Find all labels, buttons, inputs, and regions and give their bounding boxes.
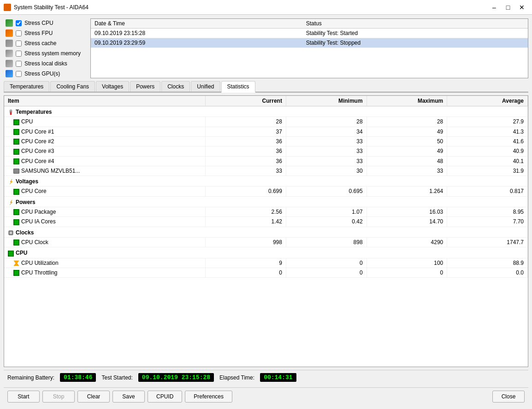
group-row: Powers (4, 196, 528, 207)
cell-current: 0 (206, 268, 286, 277)
stress-cache-checkbox[interactable] (16, 41, 22, 47)
log-row[interactable]: 09.10.2019 23:29:59Stability Test: Stopp… (91, 38, 528, 48)
group-name: Temperatures (4, 106, 528, 117)
table-row[interactable]: CPU Package2.561.0716.038.95 (4, 207, 528, 216)
cell-current: 1.42 (206, 217, 286, 227)
group-name: CPU (4, 247, 528, 258)
table-row[interactable]: CPU Core #137344941.3 (4, 127, 528, 136)
minimize-button[interactable]: – (488, 2, 501, 13)
cell-current: 36 (206, 156, 286, 166)
cell-item: CPU IA Cores (4, 217, 206, 227)
cell-minimum: 33 (286, 156, 366, 166)
cell-minimum: 0 (286, 268, 366, 277)
table-row[interactable]: CPU Core #436334840.1 (4, 156, 528, 166)
remaining-battery-value: 01:38:46 (60, 373, 96, 382)
cell-maximum: 0 (366, 268, 447, 277)
svg-rect-2 (11, 111, 12, 114)
log-header-datetime: Date & Time (91, 19, 302, 29)
svg-marker-3 (10, 179, 12, 184)
cell-minimum: 898 (286, 237, 366, 247)
col-minimum: Minimum (286, 96, 366, 106)
tab-clocks[interactable]: Clocks (161, 81, 190, 92)
close-window-button[interactable]: ✕ (515, 2, 528, 13)
table-row[interactable]: CPU Clock99889842901747.7 (4, 237, 528, 247)
cache-icon (6, 40, 13, 47)
stress-fpu-checkbox[interactable] (16, 30, 22, 36)
cell-average: 40.1 (447, 156, 528, 166)
col-item: Item (4, 96, 206, 106)
table-row[interactable]: CPU28282827.9 (4, 117, 528, 127)
test-started-value: 09.10.2019 23:15:28 (138, 373, 214, 382)
gpu-icon (6, 70, 13, 77)
stop-button[interactable]: Stop (42, 391, 75, 403)
chip-icon (8, 230, 14, 236)
cell-current: 2.56 (206, 207, 286, 216)
clear-button[interactable]: Clear (77, 391, 110, 403)
table-row[interactable]: CPU Core #236335041.6 (4, 136, 528, 146)
stress-memory-checkbox[interactable] (16, 51, 22, 57)
start-button[interactable]: Start (7, 391, 40, 403)
cell-maximum: 48 (366, 156, 447, 166)
cell-maximum: 4290 (366, 237, 447, 247)
tab-voltages[interactable]: Voltages (96, 81, 129, 92)
cell-minimum: 0.695 (286, 187, 366, 196)
stress-disk-checkbox[interactable] (16, 61, 22, 67)
cell-item: CPU Package (4, 207, 206, 216)
table-row[interactable]: CPU Utilization9010088.9 (4, 258, 528, 268)
svg-marker-4 (10, 200, 12, 205)
log-panel: Date & Time Status 09.10.2019 23:15:28St… (90, 18, 528, 78)
tab-temperatures[interactable]: Temperatures (4, 81, 49, 92)
table-row[interactable]: CPU IA Cores1.420.4214.707.70 (4, 217, 528, 227)
group-name: Powers (4, 196, 528, 207)
cell-item: CPU (4, 117, 206, 127)
title-bar: System Stability Test - AIDA64 – □ ✕ (0, 0, 532, 15)
stress-cache-label: Stress cache (24, 40, 56, 47)
tab-unified[interactable]: Unified (191, 81, 220, 92)
tab-statistics[interactable]: Statistics (221, 81, 255, 93)
tab-cooling_fans[interactable]: Cooling Fans (50, 81, 95, 92)
data-panel[interactable]: Item Current Minimum Maximum Average Tem… (4, 95, 528, 367)
cell-maximum: 33 (366, 166, 447, 175)
cell-maximum: 49 (366, 146, 447, 156)
stress-gpu-checkbox[interactable] (16, 71, 22, 77)
memory-icon (6, 50, 13, 57)
stress-options-panel: Stress CPU Stress FPU Stress cache Stres… (4, 18, 87, 78)
group-row: Voltages (4, 175, 528, 186)
cell-average: 41.3 (447, 127, 528, 136)
cell-minimum: 34 (286, 127, 366, 136)
maximize-button[interactable]: □ (502, 2, 514, 13)
log-row[interactable]: 09.10.2019 23:15:28Stability Test: Start… (91, 29, 528, 38)
preferences-button[interactable]: Preferences (185, 391, 232, 403)
cell-maximum: 50 (366, 136, 447, 146)
save-button[interactable]: Save (112, 391, 145, 403)
cpuid-button[interactable]: CPUID (148, 391, 182, 403)
cell-average: 7.70 (447, 217, 528, 227)
stress-cpu-checkbox[interactable] (16, 20, 22, 26)
main-container: Stress CPU Stress FPU Stress cache Stres… (0, 15, 532, 409)
stress-fpu-item: Stress FPU (4, 29, 87, 38)
test-started-label: Test Started: (101, 374, 132, 381)
fpu-icon (6, 29, 13, 37)
cpu-icon (6, 19, 13, 27)
col-average: Average (447, 96, 528, 106)
window-title: System Stability Test - AIDA64 (14, 4, 488, 11)
log-table: Date & Time Status 09.10.2019 23:15:28St… (91, 19, 528, 48)
close-button[interactable]: Close (492, 391, 525, 403)
tabs-bar: TemperaturesCooling FansVoltagesPowersCl… (4, 81, 528, 93)
table-row[interactable]: CPU Core #336334940.9 (4, 146, 528, 156)
table-row[interactable]: SAMSUNG MZVLB51...33303331.9 (4, 166, 528, 175)
cell-item: CPU Clock (4, 237, 206, 247)
stress-cache-item: Stress cache (4, 39, 87, 48)
cell-maximum: 28 (366, 117, 447, 127)
table-row[interactable]: CPU Core0.6990.6951.2640.817 (4, 187, 528, 196)
cell-maximum: 100 (366, 258, 447, 268)
statistics-table: Item Current Minimum Maximum Average Tem… (4, 96, 528, 278)
elapsed-time-value: 00:14:31 (260, 373, 296, 382)
cell-average: 1747.7 (447, 237, 528, 247)
stress-disk-item: Stress local disks (4, 59, 87, 68)
cell-minimum: 33 (286, 136, 366, 146)
stress-cpu-label: Stress CPU (24, 20, 53, 26)
tab-powers[interactable]: Powers (130, 81, 160, 92)
stress-memory-label: Stress system memory (24, 50, 81, 57)
table-row[interactable]: CPU Throttling0000.0 (4, 268, 528, 277)
